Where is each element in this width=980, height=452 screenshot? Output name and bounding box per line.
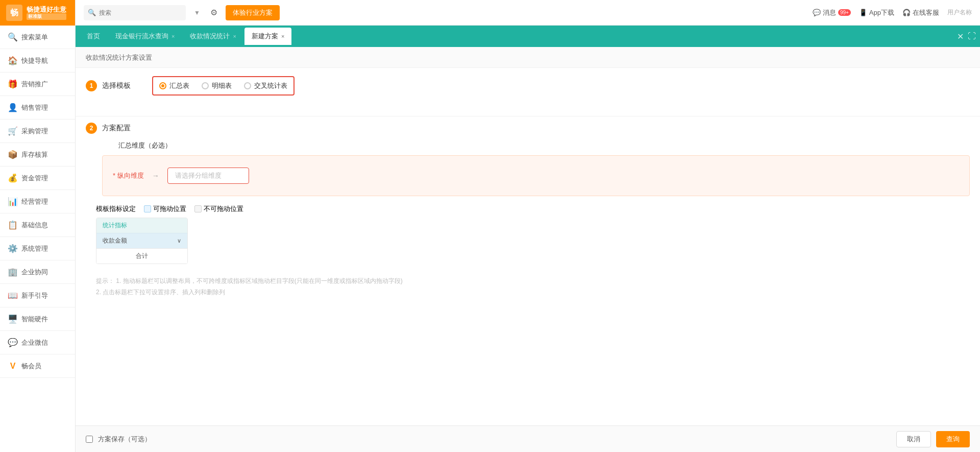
- sidebar-item-label: 智能硬件: [21, 315, 67, 324]
- metrics-col-header[interactable]: 收款金额 ∨: [96, 233, 187, 248]
- sidebar-item-marketing[interactable]: 🎁 营销推广: [0, 73, 75, 96]
- topbar: 🔍 ▼ ⚙ 体验行业方案 💬 消息 99+ 📱 App下载 🎧 在线客服 用户名…: [76, 0, 980, 26]
- dimension-row: 纵向维度 → 请选择分组维度: [113, 168, 249, 184]
- sidebar-item-purchase[interactable]: 🛒 采购管理: [0, 120, 75, 143]
- dimension-label: 汇总维度（必选）: [118, 141, 970, 150]
- save-checkbox[interactable]: [86, 436, 93, 443]
- tips-section: 提示： 1. 拖动标题栏可以调整布局，不可跨维度或指标区域拖动栏目字段(只能在同…: [86, 270, 970, 304]
- sidebar-item-system[interactable]: ⚙️ 系统管理: [0, 237, 75, 260]
- sidebar-item-member[interactable]: V 畅会员: [0, 354, 75, 378]
- query-button[interactable]: 查询: [936, 431, 970, 447]
- sidebar-item-inventory[interactable]: 📦 库存核算: [0, 143, 75, 166]
- dimension-area: 纵向维度 → 请选择分组维度: [102, 155, 970, 196]
- dimension-select[interactable]: 请选择分组维度: [167, 168, 249, 184]
- service-btn[interactable]: 🎧 在线客服: [902, 8, 939, 17]
- message-badge: 99+: [838, 9, 851, 16]
- sidebar-item-label: 快捷导航: [21, 56, 67, 65]
- user-icon: 👤: [8, 103, 17, 112]
- chart-icon: 📊: [8, 197, 17, 206]
- dimension-row-label: 纵向维度: [113, 171, 144, 180]
- search-icon: 🔍: [8, 33, 17, 42]
- radio-cross[interactable]: 交叉统计表: [244, 81, 287, 90]
- search-box[interactable]: 🔍: [84, 5, 186, 20]
- hint-fixed: 不可拖动位置: [194, 204, 243, 213]
- service-label: 在线客服: [913, 8, 939, 17]
- sidebar-item-finance[interactable]: 💰 资金管理: [0, 166, 75, 190]
- cancel-button[interactable]: 取消: [896, 431, 931, 447]
- sidebar-item-search-menu[interactable]: 🔍 搜索菜单: [0, 26, 75, 49]
- tip-1: 提示： 1. 拖动标题栏可以调整布局，不可跨维度或指标区域拖动栏目字段(只能在同…: [96, 276, 960, 287]
- sidebar-item-label: 资金管理: [21, 174, 67, 183]
- sidebar-item-smart-hw[interactable]: 🖥️ 智能硬件: [0, 307, 75, 331]
- radio-summary[interactable]: 汇总表: [159, 81, 189, 90]
- hint-draggable-label: 可拖动位置: [153, 204, 186, 213]
- sidebar-item-label: 经营管理: [21, 197, 67, 206]
- metrics-col-label: 收款金额: [103, 236, 127, 245]
- step2-title: 方案配置: [102, 124, 131, 133]
- sidebar-item-label: 搜索菜单: [21, 33, 67, 42]
- app-download-btn[interactable]: 📱 App下载: [859, 8, 894, 17]
- tab-home[interactable]: 首页: [80, 28, 107, 45]
- book-icon: 📖: [8, 291, 17, 300]
- page-title: 收款情况统计方案设置: [86, 54, 152, 61]
- tab-collection-stats[interactable]: 收款情况统计 ×: [183, 28, 243, 45]
- radio-summary-label: 汇总表: [169, 81, 189, 90]
- vip-icon: V: [8, 362, 17, 371]
- message-icon: 💬: [813, 9, 821, 16]
- step1-num: 1: [86, 80, 97, 91]
- tab-bank-flow-close-icon[interactable]: ×: [172, 33, 175, 39]
- search-dropdown-icon[interactable]: ▼: [194, 9, 200, 16]
- tab-home-label: 首页: [87, 32, 100, 41]
- user-name: 用户名称: [947, 8, 972, 17]
- content-inner: 收款情况统计方案设置 1 选择模板 汇总表: [76, 47, 980, 425]
- industry-btn[interactable]: 体验行业方案: [226, 5, 280, 20]
- message-btn[interactable]: 💬 消息 99+: [813, 8, 851, 17]
- sidebar-item-operations[interactable]: 📊 经营管理: [0, 190, 75, 213]
- page-header: 收款情况统计方案设置: [76, 47, 980, 68]
- search-input[interactable]: [99, 9, 170, 16]
- sidebar-item-wechat[interactable]: 💬 企业微信: [0, 331, 75, 354]
- gift-icon: 🎁: [8, 80, 17, 89]
- metrics-col-dropdown-icon[interactable]: ∨: [177, 237, 181, 244]
- footer-actions: 取消 查询: [896, 431, 970, 447]
- logo-icon: 畅: [6, 5, 22, 21]
- message-label: 消息: [823, 8, 836, 17]
- hint-fixed-box: [194, 205, 202, 212]
- sidebar-item-enterprise[interactable]: 🏢 企业协同: [0, 260, 75, 284]
- radio-detail[interactable]: 明细表: [202, 81, 232, 90]
- sidebar-item-basic-info[interactable]: 📋 基础信息: [0, 213, 75, 237]
- step2-indicator: 2 方案配置: [86, 123, 970, 134]
- chat-icon: 💬: [8, 338, 17, 347]
- service-icon: 🎧: [902, 9, 911, 16]
- radio-detail-label: 明细表: [212, 81, 232, 90]
- tab-bank-flow[interactable]: 现金银行流水查询 ×: [108, 28, 182, 45]
- tab-new-plan-close-icon[interactable]: ×: [281, 33, 284, 39]
- settings-icon[interactable]: ⚙: [210, 8, 217, 17]
- search-icon: 🔍: [88, 9, 96, 16]
- sidebar-item-sales[interactable]: 👤 销售管理: [0, 96, 75, 120]
- sidebar-item-label: 企业微信: [21, 338, 67, 347]
- tab-new-plan[interactable]: 新建方案 ×: [244, 28, 291, 45]
- home-icon: 🏠: [8, 56, 17, 65]
- sidebar-item-newbie[interactable]: 📖 新手引导: [0, 284, 75, 307]
- clipboard-icon: 📋: [8, 221, 17, 230]
- logo-text: 畅捷通好生意: [27, 6, 66, 14]
- tab-collection-stats-close-icon[interactable]: ×: [233, 33, 236, 39]
- step1-section: 1 选择模板 汇总表 明细表: [76, 68, 980, 112]
- dimension-section: 汇总维度（必选） 纵向维度 → 请选择分组维度: [102, 141, 970, 196]
- sidebar-item-quick-nav[interactable]: 🏠 快捷导航: [0, 49, 75, 73]
- monitor-icon: 🖥️: [8, 315, 17, 324]
- sidebar-item-label: 基础信息: [21, 221, 67, 230]
- logo-badge: 标准版: [27, 13, 66, 20]
- sidebar-item-label: 采购管理: [21, 127, 67, 136]
- app-download-label: App下载: [869, 8, 894, 17]
- hint-fixed-label: 不可拖动位置: [204, 204, 243, 213]
- download-icon: 📱: [859, 9, 867, 16]
- save-label: 方案保存（可选）: [98, 435, 151, 444]
- tabbar: 首页 现金银行流水查询 × 收款情况统计 × 新建方案 × ✕ ⛶: [76, 26, 980, 47]
- cart-icon: 🛒: [8, 127, 17, 136]
- tab-expand-icon[interactable]: ⛶: [968, 32, 976, 41]
- tab-bank-flow-label: 现金银行流水查询: [115, 32, 168, 41]
- tab-close-all-icon[interactable]: ✕: [957, 32, 964, 41]
- metrics-table-header: 统计指标: [96, 218, 187, 233]
